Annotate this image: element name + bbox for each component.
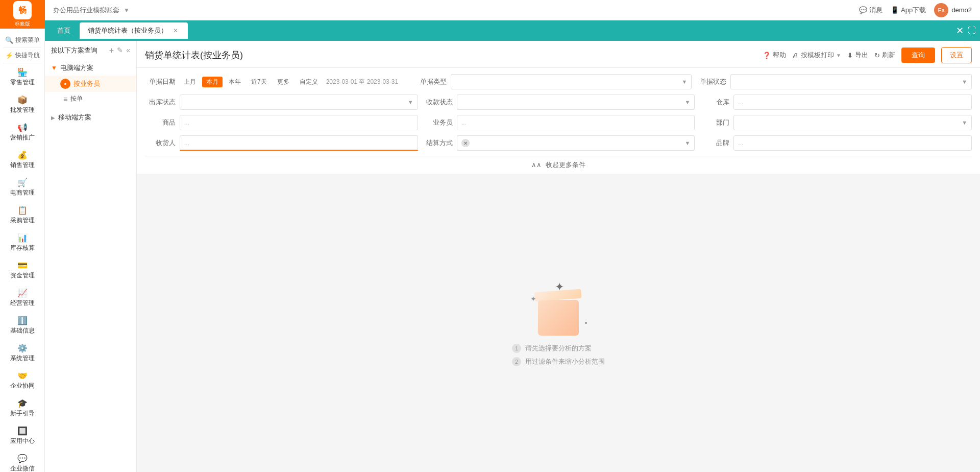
collapse-panel-btn[interactable]: « [126, 46, 130, 55]
tab-home[interactable]: 首页 [49, 22, 79, 39]
out-status-field[interactable]: ▼ [180, 95, 418, 110]
app-logo[interactable]: 畅 标账版 [0, 0, 45, 29]
sidebar-item-operation[interactable]: 📈 经营管理 [0, 284, 44, 312]
doc-status-arrow: ▼ [962, 79, 967, 85]
system-icon: ⚙️ [17, 343, 28, 353]
sidebar-item-system[interactable]: ⚙️ 系统管理 [0, 339, 44, 367]
box-star: ✦ [555, 280, 564, 294]
doc-type-field[interactable]: ▼ [451, 74, 692, 89]
sidebar-item-marketing[interactable]: 📢 营销推广 [0, 119, 44, 146]
topbar-left: 办公用品行业模拟账套 ▼ [53, 6, 130, 15]
filter-row-1: 单据日期 上月 本月 本年 近7天 更多 自定义 2023-03-01 至 20… [145, 74, 972, 89]
message-icon: 💬 [859, 6, 867, 14]
mobile-group-label: 移动端方案 [58, 113, 91, 122]
dept-field[interactable]: ▼ [733, 115, 972, 130]
sidebar-item-apps[interactable]: 🔲 应用中心 [0, 422, 44, 450]
print-dropdown-icon: ▼ [836, 53, 841, 58]
sidebar-item-basic[interactable]: ℹ️ 基础信息 [0, 312, 44, 339]
quick-nav-btn[interactable]: ⚡ 快捷导航 [3, 48, 41, 63]
tab-close-btn[interactable]: ✕ [172, 27, 180, 35]
plan-sub-item-order[interactable]: ≡ 按单 [45, 92, 136, 106]
empty-hint-2: 2 用过滤条件来缩小分析范围 [512, 357, 605, 366]
collapse-bar[interactable]: ∧∧ 收起更多条件 [145, 156, 972, 174]
left-panel: 按以下方案查询 + ✎ « ▼ 电脑端方案 ● 按业务员 [45, 41, 137, 472]
settle-label: 结算方式 [422, 138, 453, 148]
sidebar-item-inventory[interactable]: 📊 库存核算 [0, 229, 44, 256]
sidebar-item-wholesale[interactable]: 📦 批发管理 [0, 91, 44, 119]
plan-item-salesperson[interactable]: ● 按业务员 [45, 76, 136, 92]
settle-tag-close[interactable]: ✕ [461, 139, 470, 147]
collapse-label: 收起更多条件 [546, 161, 585, 169]
message-btn[interactable]: 💬 消息 [859, 6, 883, 15]
date-btn-cur-year[interactable]: 本年 [225, 77, 245, 87]
doc-status-field[interactable]: ▼ [730, 74, 972, 89]
inventory-icon: 📊 [17, 233, 28, 243]
search-menu-btn[interactable]: 🔍 搜索菜单 [3, 33, 41, 48]
pc-group-header[interactable]: ▼ 电脑端方案 [45, 60, 136, 76]
page-actions: ❓ 帮助 🖨 按模板打印 ▼ ⬇ 导出 ↻ 刷新 [763, 47, 972, 63]
enterprise-icon: 🤝 [17, 371, 28, 381]
warehouse-field[interactable]: ... [733, 95, 972, 110]
apps-icon: 🔲 [17, 426, 28, 436]
hint-text-2: 用过滤条件来缩小分析范围 [525, 357, 605, 366]
page-header: 销货单统计表(按业务员) ❓ 帮助 🖨 按模板打印 ▼ ⬇ 导出 [137, 41, 980, 68]
goods-field[interactable]: ... [180, 115, 418, 130]
left-panel-title: 按以下方案查询 [51, 46, 97, 55]
date-btn-more[interactable]: 更多 [273, 77, 293, 87]
maximize-btn[interactable]: ⛶ [968, 26, 976, 35]
username: demo2 [951, 6, 972, 14]
settings-btn[interactable]: 设置 [941, 47, 972, 63]
print-btn[interactable]: 🖨 按模板打印 ▼ [792, 51, 841, 60]
avatar[interactable]: Ea [934, 3, 948, 17]
mobile-group-header[interactable]: ▶ 移动端方案 [45, 110, 136, 125]
date-range-display: 2023-03-01 至 2023-03-31 [326, 78, 398, 86]
help-icon: ❓ [763, 52, 771, 59]
refresh-btn[interactable]: ↻ 刷新 [874, 51, 895, 60]
logo-icon: 畅 [13, 1, 32, 19]
empty-state: ✦ ✦ ● 1 请先选择要分析的方案 2 用过滤条件来缩小分析范围 [512, 279, 605, 366]
wechat-icon: 💬 [17, 454, 28, 463]
salesperson-field[interactable]: ... [457, 115, 695, 130]
edit-plan-btn[interactable]: ✎ [117, 46, 123, 55]
topbar-dropdown-icon[interactable]: ▼ [124, 7, 130, 14]
receiver-field[interactable]: ... [180, 135, 418, 151]
filter-row-2: 出库状态 ▼ 收款状态 ▼ 仓库 ... [145, 95, 972, 110]
add-plan-btn[interactable]: + [109, 46, 114, 55]
collapse-icon: ∧∧ [531, 161, 542, 169]
topbar-title: 办公用品行业模拟账套 [53, 6, 119, 15]
main-area: 办公用品行业模拟账套 ▼ 💬 消息 📱 App下载 Ea demo2 首页 [45, 0, 980, 472]
user-profile[interactable]: Ea demo2 [934, 3, 972, 17]
sidebar-item-retail[interactable]: 🏪 零售管理 [0, 63, 44, 91]
box-dot: ● [584, 320, 587, 325]
export-btn[interactable]: ⬇ 导出 [847, 51, 868, 60]
sidebar-item-wechat[interactable]: 💬 企业微信 [0, 450, 44, 472]
tab-sales-stat[interactable]: 销货单统计表（按业务员） ✕ [80, 22, 188, 39]
logo-char: 畅 [18, 5, 27, 16]
pc-plan-group: ▼ 电脑端方案 ● 按业务员 ≡ 按单 [45, 58, 136, 108]
topbar: 办公用品行业模拟账套 ▼ 💬 消息 📱 App下载 Ea demo2 [45, 0, 980, 20]
doc-type-arrow: ▼ [681, 79, 687, 85]
date-label: 单据日期 [145, 77, 176, 86]
sidebar-item-finance[interactable]: 💳 资金管理 [0, 256, 44, 284]
empty-illustration: ✦ ✦ ● [525, 279, 592, 336]
empty-hints: 1 请先选择要分析的方案 2 用过滤条件来缩小分析范围 [512, 344, 605, 366]
sidebar-item-sales[interactable]: 💰 销售管理 [0, 146, 44, 174]
right-panel: 销货单统计表(按业务员) ❓ 帮助 🖨 按模板打印 ▼ ⬇ 导出 [137, 41, 980, 472]
sidebar-item-enterprise[interactable]: 🤝 企业协同 [0, 367, 44, 394]
date-btn-cur-month[interactable]: 本月 [202, 77, 223, 87]
recv-status-field[interactable]: ▼ [457, 95, 695, 110]
goods-label: 商品 [145, 118, 176, 127]
query-btn[interactable]: 查询 [901, 48, 935, 63]
brand-field[interactable]: ... [733, 135, 972, 151]
app-download-btn[interactable]: 📱 App下载 [891, 6, 926, 15]
date-btn-prev-month[interactable]: 上月 [180, 77, 200, 87]
help-btn[interactable]: ❓ 帮助 [763, 51, 786, 60]
sidebar-item-ecommerce[interactable]: 🛒 电商管理 [0, 174, 44, 201]
date-btn-last7[interactable]: 近7天 [247, 77, 271, 87]
settle-field[interactable]: ✕ ▼ [457, 135, 695, 151]
close-tab-btn[interactable]: ✕ [956, 25, 964, 36]
date-btn-custom[interactable]: 自定义 [296, 77, 322, 87]
sidebar-item-purchase[interactable]: 📋 采购管理 [0, 201, 44, 229]
sidebar-item-guide[interactable]: 🎓 新手引导 [0, 394, 44, 422]
hint-num-1: 1 [512, 344, 521, 353]
